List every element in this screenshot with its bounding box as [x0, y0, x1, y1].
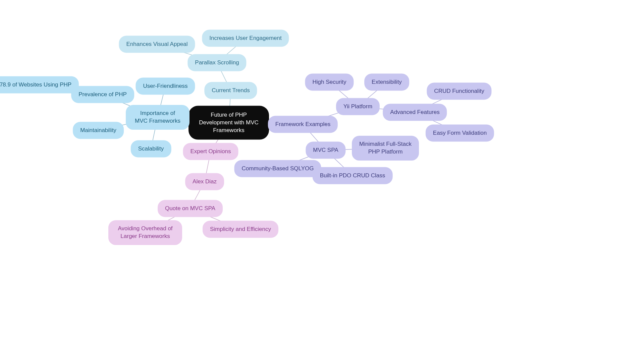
node-high-security[interactable]: High Security	[305, 74, 354, 91]
node-extensibility[interactable]: Extensibility	[364, 74, 409, 91]
node-yii[interactable]: Yii Platform	[336, 98, 380, 115]
node-alex-diaz[interactable]: Alex Diaz	[185, 173, 224, 190]
node-user-engagement[interactable]: Increases User Engagement	[202, 30, 289, 47]
node-scalability[interactable]: Scalability	[131, 140, 171, 158]
node-form-validation[interactable]: Easy Form Validation	[426, 125, 494, 142]
node-minimalist[interactable]: Minimalist Full-Stack PHP Platform	[352, 136, 419, 161]
node-pdo-class[interactable]: Built-in PDO CRUD Class	[313, 167, 393, 184]
node-advanced-features[interactable]: Advanced Features	[383, 104, 447, 121]
node-crud[interactable]: CRUD Functionality	[427, 83, 491, 100]
node-quote-mvcspa[interactable]: Quote on MVC SPA	[158, 200, 223, 217]
node-visual-appeal[interactable]: Enhances Visual Appeal	[119, 36, 195, 53]
node-framework-examples[interactable]: Framework Examples	[268, 116, 338, 133]
node-php-stat[interactable]: 78.9 of Websites Using PHP	[0, 76, 79, 94]
node-simplicity[interactable]: Simplicity and Efficiency	[203, 221, 278, 238]
node-parallax[interactable]: Parallax Scrolling	[187, 54, 246, 71]
node-sqlyog[interactable]: Community-Based SQLYOG	[234, 160, 321, 177]
node-expert-opinions[interactable]: Expert Opinions	[183, 143, 238, 160]
node-current-trends[interactable]: Current Trends	[204, 82, 257, 99]
node-maintainability[interactable]: Maintainability	[73, 122, 124, 139]
node-user-friendliness[interactable]: User-Friendliness	[136, 78, 195, 95]
node-prevalence[interactable]: Prevalence of PHP	[71, 86, 134, 103]
node-mvcspa[interactable]: MVC SPA	[306, 142, 345, 159]
root-node[interactable]: Future of PHP Development with MVC Frame…	[189, 106, 269, 140]
node-importance[interactable]: Importance of MVC Frameworks	[126, 105, 190, 130]
node-overhead[interactable]: Avoiding Overhead of Larger Frameworks	[108, 220, 182, 245]
